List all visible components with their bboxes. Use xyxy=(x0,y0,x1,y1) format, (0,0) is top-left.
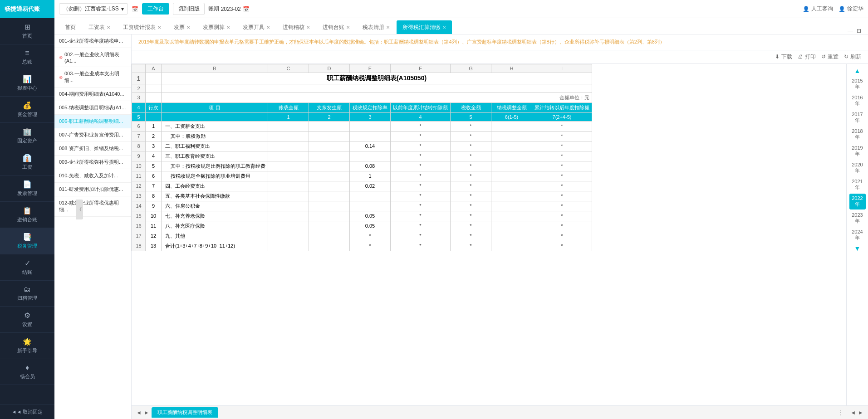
row-11-c6[interactable] xyxy=(491,171,532,181)
sheet-nav-left[interactable]: ◄ xyxy=(136,409,142,416)
row-14-c6[interactable] xyxy=(491,201,532,211)
tab-purchase-ledger-close[interactable]: ✕ xyxy=(346,25,350,30)
row-11-c1[interactable] xyxy=(268,171,309,181)
row-18-c1[interactable] xyxy=(268,241,309,251)
year-nav-down[interactable]: ▼ xyxy=(853,244,862,253)
row-9-c1[interactable] xyxy=(268,151,309,161)
list-item-007[interactable]: 007-广告费和业务宣传费用... xyxy=(54,128,131,142)
tab-invoice-close[interactable]: ✕ xyxy=(186,25,190,30)
list-item-002[interactable]: ⊗ 002-一般企业收入明细表(A1... xyxy=(54,48,131,67)
row-6-c2[interactable] xyxy=(309,121,350,131)
row-14-c2[interactable] xyxy=(309,201,350,211)
list-item-001[interactable]: 001-企业所得税年度纳税申... xyxy=(54,34,131,48)
row-9-c2[interactable] xyxy=(309,151,350,161)
sheet-wrapper[interactable]: A B C D E F G H I 1 xyxy=(132,64,846,405)
row-13-c1[interactable] xyxy=(268,191,309,201)
row-16-c3[interactable]: 0.05 xyxy=(350,221,391,231)
list-item-009[interactable]: 009-企业所得税弥补亏损明... xyxy=(54,156,131,169)
tab-income-tax-close[interactable]: ✕ xyxy=(442,25,446,30)
tab-invoice-issue-close[interactable]: ✕ xyxy=(266,25,270,30)
row-17-c1[interactable] xyxy=(268,231,309,241)
row-9-c3[interactable] xyxy=(350,151,391,161)
row-12-c3[interactable]: 0.02 xyxy=(350,181,391,191)
row-14-c3[interactable] xyxy=(350,201,391,211)
row-7-c3[interactable] xyxy=(350,131,391,141)
table-row[interactable]: 6 1 一、工资薪金支出 * * * xyxy=(132,121,592,131)
sidebar-item-ledger[interactable]: ≡ 总账 xyxy=(0,44,54,70)
year-2020[interactable]: 2020年 xyxy=(849,160,866,176)
row-13-c3[interactable] xyxy=(350,191,391,201)
sidebar-item-tax[interactable]: 📑 税务管理 xyxy=(0,228,54,254)
year-nav-up[interactable]: ▲ xyxy=(853,66,862,75)
table-row[interactable]: 11 6 按税收规定全额扣除的职业培训费用 1 * * * xyxy=(132,171,592,181)
row-15-c2[interactable] xyxy=(309,211,350,221)
row-18-c2[interactable] xyxy=(309,241,350,251)
sidebar-item-purchase-sales[interactable]: 📋 进销台账 xyxy=(0,202,54,228)
sidebar-item-settings[interactable]: ⚙ 设置 xyxy=(0,307,54,333)
cancel-fixed-btn[interactable]: ◄◄ 取消固定 xyxy=(0,404,54,419)
workspace-button[interactable]: 工作台 xyxy=(142,3,169,15)
list-item-008[interactable]: 008-资产折旧、摊销及纳税... xyxy=(54,142,131,156)
row-15-c1[interactable] xyxy=(268,211,309,221)
row-13-c6[interactable] xyxy=(491,191,532,201)
collapse-panel-button[interactable]: 《 xyxy=(76,200,83,219)
list-item-012[interactable]: 012-减免企业所得税优惠明细... xyxy=(54,196,131,217)
sidebar-item-archive[interactable]: 🗂 归档管理 xyxy=(0,281,54,307)
year-2022[interactable]: 2022年 xyxy=(849,194,866,210)
sidebar-item-guide[interactable]: 🌟 新手引导 xyxy=(0,333,54,359)
row-17-c6[interactable] xyxy=(491,231,532,241)
row-14-c1[interactable] xyxy=(268,201,309,211)
row-10-c2[interactable] xyxy=(309,161,350,171)
sheet-tab-main[interactable]: 职工薪酬纳税调整明细表 xyxy=(152,407,218,418)
table-row[interactable]: 16 11 八、补充医疗保险 0.05 * * * xyxy=(132,221,592,231)
tab-home[interactable]: 首页 xyxy=(59,20,82,34)
row-6-c3[interactable] xyxy=(350,121,391,131)
table-row[interactable]: 14 9 六、住房公积金 * * * xyxy=(132,201,592,211)
row-8-c6[interactable] xyxy=(491,141,532,151)
row-13-c2[interactable] xyxy=(309,191,350,201)
table-row[interactable]: 15 10 七、补充养老保险 0.05 * * * xyxy=(132,211,592,221)
row-10-c1[interactable] xyxy=(268,161,309,171)
table-row[interactable]: 7 2 其中：股权激励 * * * xyxy=(132,131,592,141)
table-row[interactable]: 12 7 四、工会经费支出 0.02 * * * xyxy=(132,181,592,191)
sidebar-item-home[interactable]: ⊞ 首页 xyxy=(0,18,54,44)
window-maximize-icon[interactable]: ⊡ xyxy=(857,28,861,34)
row-16-c2[interactable] xyxy=(309,221,350,231)
refresh-button[interactable]: ↻ 刷新 xyxy=(844,53,861,61)
row-12-c2[interactable] xyxy=(309,181,350,191)
row-7-c1[interactable] xyxy=(268,131,309,141)
list-item-004[interactable]: 004-期间费用明细表(A1040... xyxy=(54,88,131,101)
row-11-c2[interactable] xyxy=(309,171,350,181)
sidebar-item-reports[interactable]: 📊 报表中心 xyxy=(0,70,54,97)
period-calendar-icon[interactable]: 📅 xyxy=(243,6,250,12)
sheet-scroll-right[interactable]: ► xyxy=(858,409,863,416)
row-12-c6[interactable] xyxy=(491,181,532,191)
list-item-006[interactable]: 006-职工薪酬纳税调整明细... xyxy=(54,115,131,128)
row-11-c3[interactable]: 1 xyxy=(350,171,391,181)
sidebar-item-membership[interactable]: ♦ 畅会员 xyxy=(0,359,54,385)
sidebar-item-invoice[interactable]: 📄 发票管理 xyxy=(0,175,54,202)
row-17-c2[interactable] xyxy=(309,231,350,241)
tab-income-tax[interactable]: 所得税汇算清缴 ✕ xyxy=(397,20,452,34)
tab-invoice[interactable]: 发票 ✕ xyxy=(168,20,196,34)
year-2015[interactable]: 2015年 xyxy=(849,76,866,92)
row-8-c3[interactable]: 0.14 xyxy=(350,141,391,151)
tab-purchase-audit-close[interactable]: ✕ xyxy=(306,25,310,30)
row-7-c2[interactable] xyxy=(309,131,350,141)
row-6-c1[interactable] xyxy=(268,121,309,131)
tab-invoice-calc[interactable]: 发票测算 ✕ xyxy=(197,20,236,34)
sidebar-item-finance[interactable]: 💰 资金管理 xyxy=(0,97,54,123)
row-15-c6[interactable] xyxy=(491,211,532,221)
year-2021[interactable]: 2021年 xyxy=(849,177,866,193)
sidebar-item-close[interactable]: ✓ 结账 xyxy=(0,254,54,281)
print-button[interactable]: 🖨 打印 xyxy=(798,53,816,61)
row-16-c1[interactable] xyxy=(268,221,309,231)
old-version-button[interactable]: 切到旧版 xyxy=(173,3,205,15)
row-8-c1[interactable] xyxy=(268,141,309,151)
table-row[interactable]: 9 4 三、职工教育经费支出 * * * xyxy=(132,151,592,161)
reset-button[interactable]: ↺ 重置 xyxy=(821,53,839,61)
company-selector[interactable]: （勿删）江西睿宝-LSS ▾ xyxy=(59,3,128,15)
row-12-c1[interactable] xyxy=(268,181,309,191)
table-row[interactable]: 18 13 合计(1+3+4+7+8+9+10+11+12) * * * * xyxy=(132,241,592,251)
year-2023[interactable]: 2023年 xyxy=(849,210,866,226)
